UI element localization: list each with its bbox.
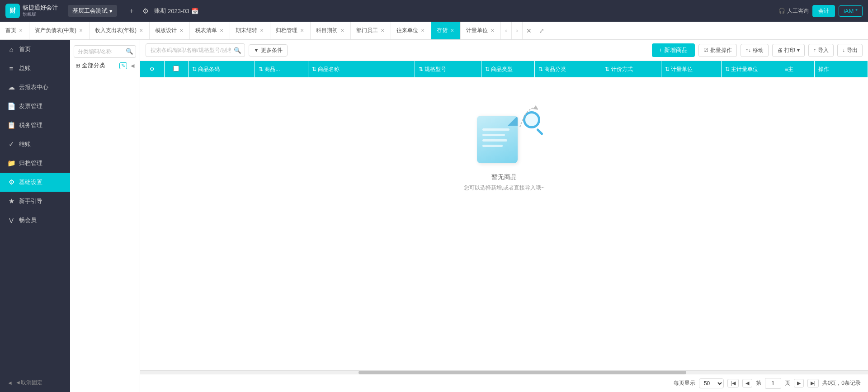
- tax-icon: 📋: [7, 121, 15, 129]
- tab-partner-close[interactable]: ✕: [420, 28, 425, 33]
- page-input[interactable]: [765, 378, 781, 389]
- sidebar-item-guide[interactable]: ★ 新手引导: [0, 192, 70, 211]
- col-price-header[interactable]: ⇅ 计价方式: [601, 61, 661, 77]
- tab-tax-label: 税表清单: [195, 27, 217, 34]
- tab-partner-label: 往来单位: [396, 27, 418, 34]
- sidebar-item-ledger[interactable]: ≡ 总账: [0, 59, 70, 78]
- tab-income-close[interactable]: ✕: [138, 28, 144, 33]
- tab-archive[interactable]: 归档管理 ✕: [270, 22, 311, 40]
- select-all-checkbox[interactable]: [173, 66, 179, 71]
- col-name-header[interactable]: ⇅ 商品名称: [308, 61, 415, 77]
- all-category-item[interactable]: ⊞ 全部分类 ✎ ◀: [70, 60, 140, 71]
- move-label: 移动: [753, 47, 764, 54]
- tab-balance[interactable]: 资产负债表(中期) ✕: [29, 22, 90, 40]
- settings-button[interactable]: ⚙: [141, 5, 151, 17]
- tab-dept-close[interactable]: ✕: [380, 28, 385, 33]
- tab-period-end[interactable]: 期末结转 ✕: [230, 22, 270, 40]
- sidebar-item-invoice[interactable]: 📄 发票管理: [0, 97, 70, 116]
- per-page-label: 每页显示: [674, 379, 695, 387]
- cloud-icon: ☁: [7, 83, 15, 91]
- main-search-input[interactable]: [146, 43, 245, 57]
- page-next-button[interactable]: ▶: [794, 379, 804, 387]
- tab-home-close[interactable]: ✕: [18, 28, 24, 33]
- col-cat-header[interactable]: ⇅ 商品分类: [534, 61, 601, 77]
- col-barcode-header[interactable]: ⇅ 商品条码: [188, 61, 255, 77]
- tab-prev-button[interactable]: ‹: [501, 22, 512, 40]
- page-prev-button[interactable]: ◀: [742, 379, 752, 387]
- tab-unit[interactable]: 计量单位 ✕: [461, 22, 501, 40]
- tab-home[interactable]: 首页 ✕: [0, 22, 29, 40]
- export-button[interactable]: ↓ 导出: [837, 44, 863, 57]
- sidebar-item-report[interactable]: ☁ 云报表中心: [0, 78, 70, 97]
- tab-partner[interactable]: 往来单位 ✕: [391, 22, 431, 40]
- col-code-header[interactable]: ⇅ 商品...: [255, 61, 308, 77]
- filter-button[interactable]: ▼ 更多条件: [249, 44, 288, 57]
- category-search-button[interactable]: 🔍: [126, 48, 133, 55]
- member-icon: V: [7, 217, 15, 224]
- edit-icon[interactable]: ✎: [119, 62, 127, 69]
- scroll-thumb[interactable]: [359, 371, 686, 374]
- tab-archive-close[interactable]: ✕: [299, 28, 305, 33]
- calendar-icon[interactable]: 📅: [191, 8, 198, 14]
- page-first-button[interactable]: |◀: [727, 379, 739, 387]
- page-last-button[interactable]: ▶|: [807, 379, 819, 387]
- sidebar-item-member[interactable]: V 畅会员: [0, 211, 70, 230]
- print-button[interactable]: 🖨 打印 ▾: [772, 44, 805, 57]
- filter-label: 更多条件: [261, 47, 283, 54]
- batch-button[interactable]: ☑ 批量操作: [698, 44, 737, 57]
- sidebar-item-tax[interactable]: 📋 税务管理: [0, 116, 70, 135]
- col-main-unit-header[interactable]: ⇅ 主计量单位: [721, 61, 781, 77]
- col-unit-header[interactable]: ⇅ 计量单位: [661, 61, 721, 77]
- company-selector[interactable]: 基层工会测试 ▾: [68, 5, 117, 17]
- close-window-button[interactable]: ✕: [523, 22, 535, 40]
- tab-tax-close[interactable]: ✕: [219, 28, 224, 33]
- tab-unit-close[interactable]: ✕: [490, 28, 495, 33]
- user-badge[interactable]: 会计: [812, 5, 835, 17]
- filter-icon: ▼: [254, 47, 259, 53]
- tab-subject-close[interactable]: ✕: [340, 28, 345, 33]
- sidebar-item-home[interactable]: ⌂ 首页: [0, 40, 70, 59]
- col-settings-header[interactable]: ⚙: [140, 61, 164, 77]
- unpin-button[interactable]: ◄ ◄取消固定: [0, 373, 70, 392]
- import-button[interactable]: ↑ 导入: [808, 44, 834, 57]
- new-product-button[interactable]: + 新增商品: [652, 43, 695, 57]
- col-check-header[interactable]: [164, 61, 188, 77]
- tab-inventory[interactable]: 存货 ✕: [431, 22, 461, 40]
- tab-subject[interactable]: 科目期初 ✕: [311, 22, 351, 40]
- tab-archive-label: 归档管理: [276, 27, 297, 34]
- sidebar-item-settle[interactable]: ✓ 结账: [0, 135, 70, 154]
- tab-dept[interactable]: 部门员工 ✕: [351, 22, 391, 40]
- tab-dept-label: 部门员工: [356, 27, 378, 34]
- col-ops-header: 操作: [814, 61, 868, 77]
- tab-tax[interactable]: 税表清单 ✕: [190, 22, 230, 40]
- tab-template-close[interactable]: ✕: [179, 28, 184, 33]
- left-panel: 🔍 ⊞ 全部分类 ✎ ◀: [70, 40, 140, 392]
- table-area: 🔍 ▼ 更多条件 + 新增商品 ☑ 批量操作: [140, 40, 868, 392]
- tab-next-button[interactable]: ›: [512, 22, 523, 40]
- help-button[interactable]: 🎧 人工咨询: [778, 7, 809, 15]
- new-product-label: + 新增商品: [659, 46, 688, 54]
- import-label: 导入: [818, 47, 829, 54]
- collapse-icon[interactable]: ◀: [131, 63, 134, 69]
- maximize-button[interactable]: ⤢: [535, 22, 548, 40]
- move-button[interactable]: ↑↓ 移动: [741, 44, 769, 57]
- horizontal-scrollbar[interactable]: [140, 370, 868, 374]
- iam-badge[interactable]: iAM *: [839, 5, 863, 17]
- sidebar-item-archive[interactable]: 📁 归档管理: [0, 154, 70, 173]
- add-tab-button[interactable]: ＋: [126, 5, 137, 18]
- tab-period-end-close[interactable]: ✕: [259, 28, 264, 33]
- col-type-header[interactable]: ⇅ 商品类型: [481, 61, 535, 77]
- per-page-select[interactable]: 50 10 20 100: [699, 378, 724, 388]
- col-extra-header[interactable]: ≡主: [781, 61, 815, 77]
- tab-home-label: 首页: [5, 27, 16, 34]
- sidebar-item-basic[interactable]: ⚙ 基础设置: [0, 173, 70, 192]
- logo-text: 畅捷通好会计: [23, 4, 58, 11]
- tab-balance-close[interactable]: ✕: [78, 28, 84, 33]
- empty-subtitle: 您可以选择新增,或者直接导入哦~: [464, 184, 544, 192]
- tab-inventory-close[interactable]: ✕: [449, 28, 455, 33]
- main-search-button[interactable]: 🔍: [234, 47, 241, 54]
- col-spec-header[interactable]: ⇅ 规格型号: [415, 61, 481, 77]
- sidebar-invoice-label: 发票管理: [19, 102, 42, 110]
- tab-template[interactable]: 模版设计 ✕: [150, 22, 190, 40]
- tab-income[interactable]: 收入支出表(年报) ✕: [90, 22, 150, 40]
